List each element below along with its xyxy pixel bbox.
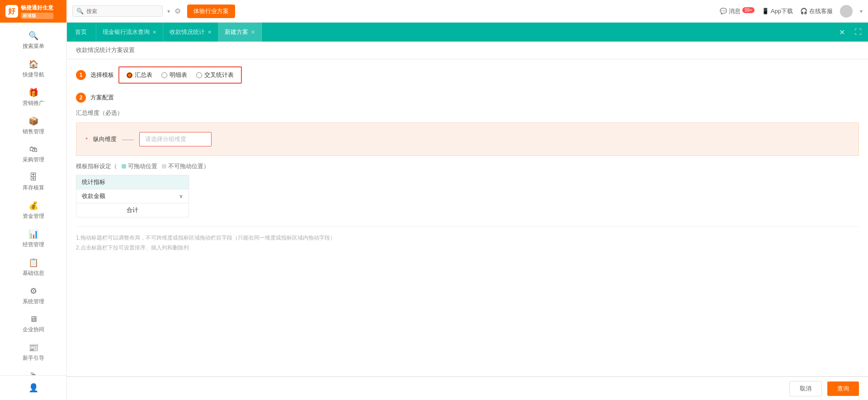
tab-collection-stat-label: 收款情况统计: [170, 28, 205, 36]
metrics-dropdown-btn[interactable]: ∨: [179, 193, 183, 199]
vertical-dim-label: 纵向维度: [93, 135, 117, 143]
sidebar-item-inventory[interactable]: 🗄 库存核算: [0, 168, 66, 196]
metrics-table-header: 统计指标: [76, 175, 189, 189]
notification-item[interactable]: 💬 消息 99+: [720, 7, 755, 15]
sidebar: 好 畅捷通好生意 标准版 🔍 搜索菜单 🏠 快捷导航 🎁 营销推广 📦 销售管理…: [0, 0, 67, 400]
smart-hardware-icon: 🖱: [29, 371, 38, 375]
step2-title: 方案配置: [90, 94, 114, 102]
dimension-label: 汇总维度（必选）: [76, 109, 859, 117]
dim-selector[interactable]: 请选择分组维度: [139, 132, 212, 146]
sidebar-item-label: 搜索菜单: [23, 42, 44, 50]
page-breadcrumb: 收款情况统计方案设置: [67, 42, 868, 59]
search-input[interactable]: [86, 8, 159, 14]
finance-icon: 💰: [28, 201, 38, 211]
radio-summary-input[interactable]: [127, 72, 132, 78]
draggable-label: 可拖动位置: [128, 162, 157, 170]
query-button[interactable]: 查询: [827, 381, 859, 396]
radio-cross-input[interactable]: [196, 72, 202, 78]
sidebar-item-beginner-guide[interactable]: 📰 新手引导: [0, 338, 66, 367]
radio-summary-label: 汇总表: [135, 71, 152, 79]
logo-text: 畅捷通好生意: [21, 4, 53, 12]
sidebar-item-label: 库存核算: [23, 184, 44, 192]
step1-header: 1 选择模板 汇总表 明细表 交叉统计表: [76, 66, 859, 84]
sidebar-item-smart-hardware[interactable]: 🖱 智能硬件: [0, 367, 66, 375]
step1-title: 选择模板: [90, 71, 114, 79]
notification-count: 99+: [742, 7, 755, 13]
required-star: *: [85, 136, 88, 143]
metrics-row-header: 收款金额 ∨: [76, 189, 189, 203]
topbar-dropdown-arrow[interactable]: ▾: [167, 8, 170, 14]
industry-btn[interactable]: 体验行业方案: [187, 5, 235, 18]
sidebar-item-system[interactable]: ⚙ 系统管理: [0, 282, 66, 310]
sidebar-item-search-menu[interactable]: 🔍 搜索菜单: [0, 26, 66, 55]
sidebar-item-quick-nav[interactable]: 🏠 快捷导航: [0, 55, 66, 83]
tip1: 1.拖动标题栏可以调整布局，不可跨维度或指标区域拖动栏目字段（只能在同一维度或指…: [76, 233, 859, 243]
tips-area: 1.拖动标题栏可以调整布局，不可跨维度或指标区域拖动栏目字段（只能在同一维度或指…: [76, 226, 859, 253]
cancel-button[interactable]: 取消: [789, 381, 822, 396]
sidebar-item-enterprise-collab[interactable]: 🖥 企业协同: [0, 310, 66, 338]
radio-cross[interactable]: 交叉统计表: [196, 71, 234, 79]
search-menu-icon: 🔍: [28, 31, 38, 41]
sidebar-menu: 🔍 搜索菜单 🏠 快捷导航 🎁 营销推广 📦 销售管理 🛍 采购管理 🗄 库存核…: [0, 23, 66, 375]
tab-home[interactable]: 首页: [71, 23, 96, 42]
sales-icon: 📦: [28, 116, 38, 126]
search-box[interactable]: 🔍: [72, 5, 163, 17]
topbar-right: 💬 消息 99+ 📱 App下载 🎧 在线客服 ▾: [720, 5, 863, 18]
metrics-config-label: 模板指标设定（: [76, 162, 117, 170]
metrics-header: 模板指标设定（ 可拖动位置 不可拖动位置）: [76, 162, 859, 170]
non-draggable-indicator: 不可拖动位置）: [162, 162, 209, 170]
radio-cross-label: 交叉统计表: [204, 71, 234, 79]
radio-summary[interactable]: 汇总表: [127, 71, 152, 79]
metrics-table: 统计指标 收款金额 ∨ 合计: [76, 175, 189, 217]
tab-collection-stat-close[interactable]: ✕: [208, 29, 212, 35]
sidebar-item-sales[interactable]: 📦 销售管理: [0, 112, 66, 140]
tab-cash-flow[interactable]: 现金银行流水查询 ✕: [96, 23, 163, 42]
online-service-item[interactable]: 🎧 在线客服: [800, 7, 833, 15]
tab-collection-stat[interactable]: 收款情况统计 ✕: [163, 23, 218, 42]
app-icon: 📱: [762, 8, 769, 14]
step2-number: 2: [76, 93, 86, 103]
marketing-icon: 🎁: [28, 88, 38, 98]
step1-section: 1 选择模板 汇总表 明细表 交叉统计表: [76, 66, 859, 84]
tab-cash-flow-label: 现金银行流水查询: [103, 28, 150, 36]
logo-icon: 好: [5, 5, 18, 18]
sidebar-item-marketing[interactable]: 🎁 营销推广: [0, 83, 66, 112]
sidebar-footer: 👤: [0, 375, 66, 400]
metrics-col-label: 收款金额: [82, 192, 105, 200]
tabbar-close-btn[interactable]: ✕: [835, 26, 848, 38]
dim-selector-placeholder: 请选择分组维度: [145, 136, 186, 142]
tab-home-label: 首页: [75, 28, 87, 36]
dim-arrow: ——: [122, 136, 134, 143]
user-name: ▾: [860, 8, 863, 14]
sidebar-logo: 好 畅捷通好生意 标准版: [0, 0, 66, 23]
tab-cash-flow-close[interactable]: ✕: [152, 29, 156, 35]
sidebar-item-label: 快捷导航: [23, 71, 44, 79]
tabbar-right: ✕ ⛶: [835, 26, 864, 38]
drag-dot-active: [122, 164, 126, 169]
sidebar-item-label: 采购管理: [23, 156, 44, 164]
radio-detail[interactable]: 明细表: [161, 71, 187, 79]
sidebar-item-purchase[interactable]: 🛍 采购管理: [0, 140, 66, 168]
sidebar-item-finance[interactable]: 💰 资金管理: [0, 196, 66, 225]
sidebar-item-label: 销售管理: [23, 128, 44, 136]
sidebar-item-basic-info[interactable]: 📋 基础信息: [0, 253, 66, 282]
sidebar-footer-left[interactable]: 👤: [0, 379, 66, 396]
step2-header: 2 方案配置: [76, 93, 859, 103]
topbar-gear-icon[interactable]: ⚙: [175, 7, 181, 15]
user-avatar[interactable]: [840, 5, 853, 18]
sidebar-item-label: 经营管理: [23, 241, 44, 249]
basic-info-icon: 📋: [28, 258, 38, 268]
tabbar: 首页 现金银行流水查询 ✕ 收款情况统计 ✕ 新建方案 ✕ ✕ ⛶: [67, 23, 868, 42]
main-area: 🔍 ▾ ⚙ 体验行业方案 💬 消息 99+ 📱 App下载 🎧 在线客服 ▾: [67, 0, 868, 400]
tab-new-plan-close[interactable]: ✕: [251, 29, 255, 35]
app-download-item[interactable]: 📱 App下载: [762, 7, 793, 15]
purchase-icon: 🛍: [29, 145, 38, 154]
tab-new-plan[interactable]: 新建方案 ✕: [218, 23, 262, 42]
system-icon: ⚙: [30, 286, 37, 296]
radio-detail-input[interactable]: [161, 72, 167, 78]
dimension-row: * 纵向维度 —— 请选择分组维度: [85, 132, 849, 146]
draggable-indicator: 可拖动位置: [122, 162, 157, 170]
sidebar-item-operations[interactable]: 📊 经营管理: [0, 225, 66, 253]
tabbar-expand-btn[interactable]: ⛶: [852, 26, 864, 38]
non-draggable-label: 不可拖动位置）: [168, 162, 209, 170]
